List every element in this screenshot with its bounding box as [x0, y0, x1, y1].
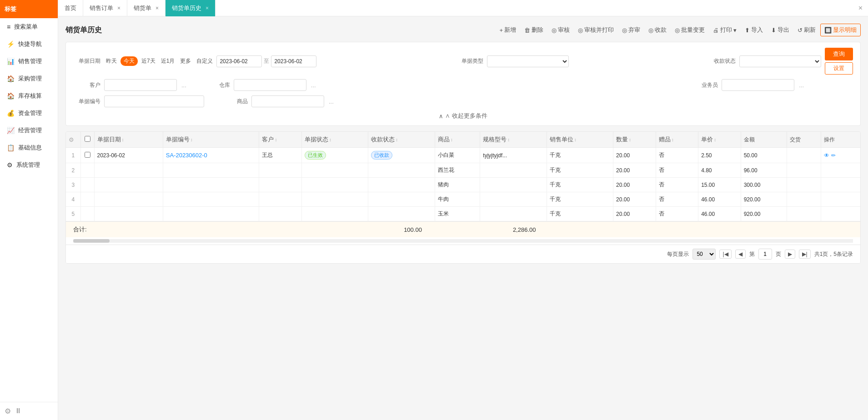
- payment-select[interactable]: [739, 55, 821, 67]
- query-button[interactable]: 查询: [825, 48, 853, 60]
- date-1month[interactable]: 近1月: [159, 56, 177, 66]
- goods-dots[interactable]: ...: [329, 98, 334, 105]
- staff-input[interactable]: [722, 79, 794, 91]
- sort-date-icon: ↕: [122, 137, 124, 142]
- warehouse-input[interactable]: [234, 79, 306, 91]
- sidebar-item-finance[interactable]: 💰 资金管理: [0, 105, 58, 122]
- prev-page-button[interactable]: ◀: [735, 250, 746, 259]
- order-no-link[interactable]: SA-20230602-0: [166, 152, 207, 159]
- toolbar: + 新增 🗑 删除 ◎ 审核 ◎ 审核并打印 ◎ 弃审: [496, 24, 861, 36]
- customer-dots[interactable]: ...: [181, 82, 186, 89]
- td-price: 15.00: [698, 178, 741, 192]
- tab-sales-history-close[interactable]: ×: [206, 5, 209, 11]
- scrollbar-thumb[interactable]: [73, 239, 110, 243]
- th-qty[interactable]: 数量↕: [613, 132, 656, 148]
- sidebar-item-purchase[interactable]: 🏠 采购管理: [0, 70, 58, 87]
- sort-goods-icon: ↕: [451, 137, 453, 142]
- new-button[interactable]: + 新增: [496, 24, 520, 36]
- inventory-icon: 🏠: [7, 92, 15, 100]
- sidebar-item-label: 库存核算: [18, 92, 42, 100]
- date-yesterday[interactable]: 昨天: [104, 56, 119, 66]
- refresh-button[interactable]: ↺ 刷新: [794, 24, 819, 36]
- tab-home[interactable]: 首页: [58, 0, 83, 16]
- show-detail-button[interactable]: 🔲 显示明细: [820, 24, 861, 36]
- order-no-input[interactable]: [104, 95, 204, 107]
- filter-row-2: 客户 ... 仓库 ... 业务员 ...: [73, 79, 853, 91]
- last-page-button[interactable]: ▶|: [799, 250, 811, 259]
- tab-sales-delivery-label: 销货单: [134, 4, 151, 12]
- td-price: 46.00: [698, 192, 741, 207]
- delete-button[interactable]: 🗑 删除: [521, 24, 547, 36]
- sort-gift-icon: ↕: [672, 137, 674, 142]
- warehouse-dots[interactable]: ...: [311, 82, 316, 89]
- th-payment-status[interactable]: 收款状态↕: [368, 132, 435, 148]
- td-spec: [480, 178, 547, 192]
- collapse-icon: ∧: [439, 113, 443, 120]
- settings-bottom-icon[interactable]: ⚙: [5, 407, 11, 415]
- next-page-button[interactable]: ▶: [785, 250, 795, 259]
- sidebar-item-label: 搜索菜单: [14, 23, 38, 31]
- preview-link[interactable]: 👁: [824, 152, 829, 159]
- th-date[interactable]: 单据日期↕: [94, 132, 163, 148]
- goods-input[interactable]: [251, 95, 324, 107]
- td-customer: 王总: [259, 148, 302, 163]
- th-order-no[interactable]: 单据编号↕: [163, 132, 259, 148]
- th-status[interactable]: 单据状态↕: [301, 132, 368, 148]
- td-amount: 920.00: [741, 207, 787, 221]
- set-button[interactable]: 设置: [825, 62, 853, 75]
- td-qty: 20.00: [613, 192, 656, 207]
- approve-print-button[interactable]: ◎ 审核并打印: [574, 24, 617, 36]
- sidebar-item-search[interactable]: ≡ 搜索菜单: [0, 18, 58, 35]
- tab-sales-delivery[interactable]: 销货单 ×: [127, 0, 166, 16]
- collect-button[interactable]: ◎ 收款: [645, 24, 670, 36]
- select-all-checkbox[interactable]: [85, 136, 90, 142]
- unapprove-button[interactable]: ◎ 弃审: [618, 24, 644, 36]
- sidebar-item-operations[interactable]: 📈 经营管理: [0, 122, 58, 139]
- th-unit[interactable]: 销售单位↕: [547, 132, 613, 148]
- tab-close-all[interactable]: ×: [853, 4, 868, 12]
- collapse-button[interactable]: ∧ ∧ 收起更多条件: [439, 112, 487, 120]
- edit-link[interactable]: ✏: [831, 152, 836, 159]
- sidebar-item-basics[interactable]: 📋 基础信息: [0, 139, 58, 156]
- finance-icon: 💰: [7, 110, 15, 117]
- sidebar-item-system[interactable]: ⚙ 系统管理: [0, 156, 58, 174]
- th-spec[interactable]: 规格型号↕: [480, 132, 547, 148]
- batch-change-button[interactable]: ◎ 批量变更: [671, 24, 708, 36]
- date-today[interactable]: 今天: [120, 56, 138, 66]
- date-more[interactable]: 更多: [178, 56, 193, 66]
- td-goods: 玉米: [435, 207, 480, 221]
- th-customer[interactable]: 客户↕: [259, 132, 302, 148]
- tab-sales-order[interactable]: 销售订单 ×: [83, 0, 127, 16]
- sidebar-item-nav[interactable]: ⚡ 快捷导航: [0, 35, 58, 53]
- sidebar-item-sales[interactable]: 📊 销售管理: [0, 53, 58, 70]
- tab-sales-history-label: 销货单历史: [172, 4, 201, 12]
- gear-icon[interactable]: ⚙: [69, 136, 74, 143]
- print-button[interactable]: 🖨 打印 ▾: [709, 24, 740, 36]
- page-size-select[interactable]: 50 100 200: [692, 249, 716, 260]
- th-gift[interactable]: 赠品↕: [656, 132, 698, 148]
- date-to-input[interactable]: [271, 55, 316, 67]
- staff-dots[interactable]: ...: [799, 82, 804, 89]
- table-row: 4 牛肉 千克 20.00 否 46.00 920.00: [66, 192, 860, 207]
- approve-button[interactable]: ◎ 审核: [548, 24, 573, 36]
- date-from-input[interactable]: [216, 55, 262, 67]
- row-checkbox[interactable]: [85, 152, 90, 158]
- first-page-button[interactable]: |◀: [719, 250, 731, 259]
- th-gear[interactable]: ⚙: [66, 132, 80, 148]
- import-button[interactable]: ⬆ 导入: [741, 24, 767, 36]
- scrollbar-track[interactable]: [73, 239, 853, 243]
- customer-input[interactable]: [104, 79, 177, 91]
- th-goods[interactable]: 商品↕: [435, 132, 480, 148]
- export-button[interactable]: ⬇ 导出: [768, 24, 793, 36]
- page-input[interactable]: [758, 249, 772, 260]
- type-select[interactable]: [487, 55, 569, 67]
- sidebar-item-inventory[interactable]: 🏠 库存核算: [0, 87, 58, 105]
- pause-icon[interactable]: ⏸: [15, 407, 22, 415]
- date-custom[interactable]: 自定义: [195, 56, 215, 66]
- tab-sales-order-close[interactable]: ×: [117, 5, 120, 11]
- date-7days[interactable]: 近7天: [140, 56, 157, 66]
- th-price[interactable]: 单价↕: [698, 132, 741, 148]
- tab-sales-delivery-close[interactable]: ×: [156, 5, 159, 11]
- tab-sales-history[interactable]: 销货单历史 ×: [166, 0, 216, 16]
- td-customer: [259, 207, 302, 221]
